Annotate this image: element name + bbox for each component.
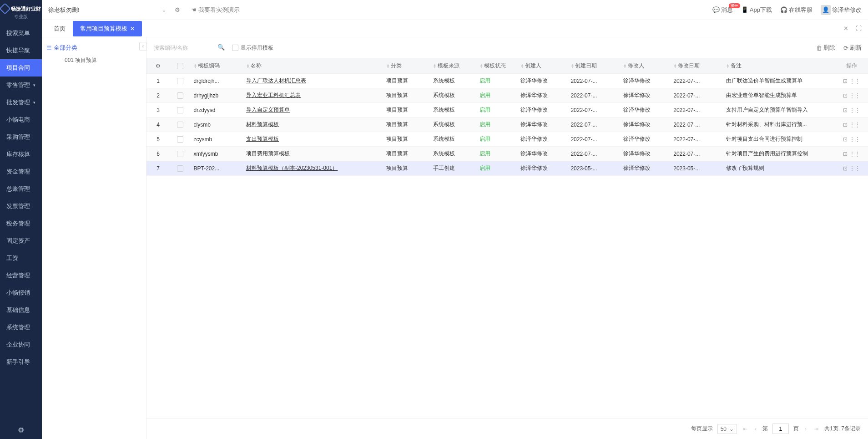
next-page-button[interactable]: › [803, 426, 808, 432]
sidebar-item[interactable]: 库存核算 [0, 146, 42, 163]
col-modify-date[interactable]: 修改日期 [678, 62, 700, 69]
header-settings-icon[interactable]: ⚙ [175, 6, 180, 13]
page-input[interactable] [772, 424, 789, 434]
table-row[interactable]: 4clysmb材料预算模板项目预算系统模板启用徐泽华修改2022-07-...徐… [146, 117, 868, 132]
messages-button[interactable]: 💬 消息 99+ [712, 6, 733, 14]
more-icon[interactable]: ⋮⋮ [849, 165, 860, 172]
sidebar-item[interactable]: 小畅报销 [0, 284, 42, 301]
delete-button[interactable]: 🗑删除 [816, 44, 835, 52]
more-icon[interactable]: ⋮⋮ [849, 92, 860, 99]
sidebar-item[interactable]: 固定资产 [0, 232, 42, 250]
sidebar-menu: 搜索菜单快捷导航项目合同零售管理▾批发管理▾小畅电商采购管理库存核算资金管理总账… [0, 25, 42, 421]
user-menu[interactable]: 👤 徐泽华修改 [821, 5, 862, 15]
view-icon[interactable]: ⊡ [843, 78, 848, 84]
sidebar-item[interactable]: 资金管理 [0, 163, 42, 180]
select-all-checkbox[interactable] [177, 63, 183, 69]
sidebar-item[interactable]: 系统管理 [0, 319, 42, 336]
row-checkbox[interactable] [177, 151, 183, 157]
refresh-button[interactable]: ⟳刷新 [843, 44, 862, 52]
sidebar-item[interactable]: 小畅电商 [0, 111, 42, 128]
prev-page-button[interactable]: ‹ [753, 426, 758, 432]
sidebar-item[interactable]: 企业协同 [0, 336, 42, 353]
search-input[interactable] [153, 43, 226, 53]
template-name-link[interactable]: 支出预算模板 [246, 136, 279, 142]
category-item[interactable]: 001 项目预算 [46, 52, 141, 64]
table-row[interactable]: 3drzdyysd导入自定义预算单项目预算系统模板启用徐泽华修改2022-07-… [146, 103, 868, 117]
sidebar-item[interactable]: 批发管理▾ [0, 94, 42, 111]
sidebar-item[interactable]: 搜索菜单 [0, 25, 42, 42]
table-row[interactable]: 7BPT-202...材料预算模板（副本-20230531-001）项目预算手工… [146, 161, 868, 176]
table-row[interactable]: 2drhygljhzb导入宏业工料机汇总表项目预算系统模板启用徐泽华修改2022… [146, 88, 868, 103]
sidebar-item[interactable]: 零售管理▾ [0, 77, 42, 94]
more-icon[interactable]: ⋮⋮ [849, 136, 860, 143]
close-all-tabs-icon[interactable]: ✕ [842, 23, 850, 34]
row-checkbox[interactable] [177, 165, 183, 172]
col-name[interactable]: 名称 [251, 62, 262, 69]
more-icon[interactable]: ⋮⋮ [849, 151, 860, 157]
gear-icon[interactable]: ⚙ [156, 63, 161, 69]
first-page-button[interactable]: ⇤ [742, 426, 749, 432]
table-row[interactable]: 5zcysmb支出预算模板项目预算系统模板启用徐泽华修改2022-07-...徐… [146, 132, 868, 147]
org-dropdown-icon[interactable]: ⌄ [161, 6, 167, 13]
search-icon[interactable]: 🔍 [217, 44, 225, 51]
more-icon[interactable]: ⋮⋮ [849, 107, 860, 113]
row-checkbox[interactable] [177, 136, 183, 143]
sidebar-item[interactable]: 基础信息 [0, 301, 42, 319]
tab-budget-template[interactable]: 常用项目预算模板 ✕ [73, 21, 142, 36]
col-code[interactable]: 模板编码 [198, 62, 220, 69]
sidebar-item[interactable]: 新手引导 [0, 353, 42, 371]
col-status[interactable]: 模板状态 [484, 62, 506, 69]
tabs-bar: 首页 常用项目预算模板 ✕ ✕ ⛶ [42, 20, 868, 37]
col-ops: 操作 [846, 62, 857, 69]
sidebar-item[interactable]: 采购管理 [0, 128, 42, 146]
org-title: 徐老板勿删! [48, 6, 80, 14]
collapse-panel-icon[interactable]: « [139, 42, 146, 51]
per-page-select[interactable]: 50 ⌄ [717, 424, 737, 434]
template-name-link[interactable]: 导入广联达人材机汇总表 [246, 77, 306, 84]
online-service-button[interactable]: 🎧在线客服 [780, 6, 812, 14]
col-modifier[interactable]: 修改人 [628, 62, 644, 69]
table-row[interactable]: 1drgldrcjh...导入广联达人材机汇总表项目预算系统模板启用徐泽华修改2… [146, 74, 868, 88]
col-source[interactable]: 模板来源 [438, 62, 459, 69]
view-icon[interactable]: ⊡ [843, 165, 848, 172]
fullscreen-icon[interactable]: ⛶ [854, 23, 863, 34]
template-name-link[interactable]: 导入自定义预算单 [246, 107, 290, 113]
template-name-link[interactable]: 材料预算模板 [246, 121, 279, 128]
view-icon[interactable]: ⊡ [843, 122, 848, 128]
view-icon[interactable]: ⊡ [843, 151, 848, 157]
sidebar-settings-icon[interactable]: ⚙ [18, 426, 24, 434]
col-create-date[interactable]: 创建日期 [575, 62, 597, 69]
template-name-link[interactable]: 导入宏业工料机汇总表 [246, 92, 301, 98]
sidebar-item[interactable]: 经营管理 [0, 267, 42, 284]
more-icon[interactable]: ⋮⋮ [849, 122, 860, 128]
row-checkbox[interactable] [177, 122, 183, 128]
sidebar-item[interactable]: 项目合同 [0, 59, 42, 77]
row-checkbox[interactable] [177, 92, 183, 99]
chevron-down-icon: ⌄ [729, 426, 734, 432]
col-remark[interactable]: 备注 [731, 62, 742, 69]
sidebar-item[interactable]: 工资 [0, 250, 42, 267]
template-name-link[interactable]: 项目费用预算模板 [246, 150, 290, 157]
tab-home[interactable]: 首页 [46, 21, 73, 36]
sidebar-item[interactable]: 快捷导航 [0, 42, 42, 59]
table-row[interactable]: 6xmfyysmb项目费用预算模板项目预算系统模板启用徐泽华修改2022-07-… [146, 147, 868, 161]
show-disabled-checkbox[interactable]: 显示停用模板 [232, 44, 273, 52]
row-checkbox[interactable] [177, 78, 183, 84]
row-checkbox[interactable] [177, 107, 183, 113]
more-icon[interactable]: ⋮⋮ [849, 78, 860, 84]
last-page-button[interactable]: ⇥ [812, 426, 820, 432]
view-icon[interactable]: ⊡ [843, 107, 848, 113]
col-creator[interactable]: 创建人 [525, 62, 541, 69]
demo-link[interactable]: ☚ 我要看实例演示 [191, 6, 240, 14]
app-download-button[interactable]: 📱App下载 [741, 6, 772, 14]
sidebar-item[interactable]: 税务管理 [0, 215, 42, 232]
view-icon[interactable]: ⊡ [843, 92, 848, 99]
message-badge: 99+ [729, 3, 740, 8]
category-root[interactable]: ☰ 全部分类 [46, 44, 141, 52]
sidebar-item[interactable]: 发票管理 [0, 198, 42, 215]
tab-close-icon[interactable]: ✕ [130, 26, 135, 32]
template-name-link[interactable]: 材料预算模板（副本-20230531-001） [246, 165, 338, 171]
view-icon[interactable]: ⊡ [843, 136, 848, 143]
col-category[interactable]: 分类 [391, 62, 402, 69]
sidebar-item[interactable]: 总账管理 [0, 180, 42, 198]
